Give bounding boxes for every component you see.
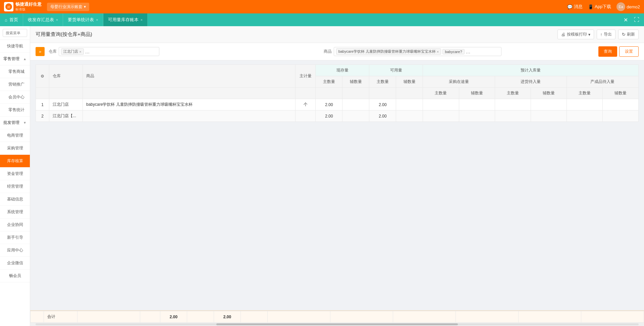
row2-incoming-aux [531, 110, 567, 122]
sidebar-item-new-guide[interactable]: 新手引导 [0, 231, 30, 244]
col-production-pending-header: 产成品待入量 [567, 76, 638, 88]
sidebar-item-enterprise-collab[interactable]: 企业协同 [0, 219, 30, 231]
tab-home[interactable]: ⌂ 首页 [0, 13, 23, 26]
sidebar-item-quick-nav[interactable]: 快捷导航 [0, 40, 30, 53]
footer-empty-seq [31, 311, 44, 323]
product-tag-babycare-remove[interactable]: × [437, 50, 439, 54]
table-footer-area: 合计 2.00 2.00 [30, 310, 644, 323]
tab-available-stock[interactable]: 可用量库存账本 × [103, 13, 148, 26]
row2-production-aux [602, 110, 638, 122]
industry-label: 母婴行业演示账套 [50, 4, 83, 10]
footer-pt-aux [330, 311, 393, 323]
retail-mgmt-arrow: ▲ [23, 57, 26, 61]
settings-icon[interactable]: ⚙ [41, 74, 44, 79]
footer-row: 合计 2.00 2.00 [31, 311, 644, 323]
content-area: 可用量查询(按仓库+商品) 🖨 按模板打印 ▾ ↑ 导出 ↻ 刷新 [30, 26, 644, 326]
row2-purchase-aux [459, 110, 495, 122]
sidebar-item-app-center[interactable]: 应用中心 [0, 244, 30, 257]
col-product-header: 商品 [83, 65, 296, 88]
sidebar-item-purchase-mgmt[interactable]: 采购管理 [0, 142, 30, 155]
col-product-sub-header [83, 88, 296, 99]
export-icon: ↑ [600, 32, 603, 37]
warehouse-more-btn[interactable]: ... [85, 49, 90, 55]
col-cs-aux-sub [342, 88, 369, 99]
sidebar-item-wholesale-mgmt[interactable]: 批发管理 ▼ [0, 117, 30, 129]
tab-order-stats-close[interactable]: × [96, 18, 98, 22]
user-profile[interactable]: Ea demo2 [616, 2, 640, 11]
industry-selector[interactable]: 母婴行业演示账套 ▾ [47, 3, 89, 11]
nav-tabs: ⌂ 首页 收发存汇总表 × 要货单统计表 × 可用量库存账本 × ✕ ⛶ [0, 13, 644, 26]
tab-available-stock-close[interactable]: × [141, 18, 143, 22]
footer-ip-main [393, 311, 456, 323]
row2-production-main [567, 110, 602, 122]
tab-fullscreen-btn[interactable]: ⛶ [632, 16, 641, 24]
sidebar-item-retail-mgmt[interactable]: 零售管理 ▲ [0, 53, 30, 65]
sidebar-item-retail-mall[interactable]: 零售商城 [0, 65, 30, 78]
sidebar-item-inventory[interactable]: 库存核算 [0, 155, 30, 168]
settings-btn[interactable]: 设置 [619, 46, 639, 57]
warehouse-tag-jiangbei[interactable]: 江北门店 × [61, 48, 84, 55]
sidebar-item-ecommerce-mgmt[interactable]: 电商管理 [0, 129, 30, 142]
tab-income-expense[interactable]: 收发存汇总表 × [23, 13, 63, 26]
footer-product-empty [77, 311, 140, 323]
sidebar-item-basic-info[interactable]: 基础信息 [0, 193, 30, 206]
message-btn[interactable]: 💬 消息 [567, 4, 583, 10]
product-tag-babycare2[interactable]: babycare? [442, 49, 464, 54]
sidebar: 快捷导航 零售管理 ▲ 零售商城 营销推广 会员中心 零售统计 批发管理 ▼ 电… [0, 26, 30, 326]
refresh-btn[interactable]: ↻ 刷新 [618, 30, 639, 39]
svg-text:好: 好 [7, 5, 10, 9]
product-tag-babycare[interactable]: babycare学饮杯 儿童防摔防撞吸管杯重力球吸嘴杯宝宝水杯 × [336, 48, 441, 55]
row2-incoming-main [495, 110, 531, 122]
filter-expand-btn[interactable]: » [36, 47, 45, 56]
product-more-btn[interactable]: ... [466, 49, 470, 55]
sidebar-item-retail-stats[interactable]: 零售统计 [0, 104, 30, 117]
row1-production-aux [602, 99, 638, 110]
refresh-icon: ↻ [622, 32, 626, 37]
wholesale-mgmt-arrow: ▼ [23, 121, 26, 125]
product-filter-label: 商品 [324, 49, 332, 54]
row2-unit [296, 110, 316, 122]
sidebar-item-vip-member[interactable]: 畅会员 [0, 270, 30, 282]
tab-order-stats[interactable]: 要货单统计表 × [63, 13, 103, 26]
sidebar-item-business-mgmt[interactable]: 经营管理 [0, 180, 30, 193]
query-btn[interactable]: 查询 [598, 46, 617, 57]
phone-icon: 📱 [588, 4, 593, 9]
print-dropdown-icon: ▾ [588, 32, 590, 37]
username: demo2 [627, 4, 640, 9]
table-body: 1 江北门店 babycare学饮杯 儿童防摔防撞吸管杯重力球吸嘴杯宝宝水杯 个… [36, 99, 639, 122]
search-input[interactable] [3, 29, 27, 37]
row1-incoming-aux [531, 99, 567, 110]
message-icon: 💬 [567, 4, 573, 9]
table-row: 1 江北门店 babycare学饮杯 儿童防摔防撞吸管杯重力球吸嘴杯宝宝水杯 个… [36, 99, 639, 110]
footer-available-aux [241, 311, 268, 323]
warehouse-tag-remove[interactable]: × [79, 50, 81, 54]
scroll-track [36, 323, 639, 325]
top-bar-left: 好 畅捷通好生意 标准版 母婴行业演示账套 ▾ [4, 2, 89, 12]
col-current-main-header: 主数量 [316, 76, 342, 88]
export-label: 导出 [604, 32, 612, 37]
col-settings-header[interactable]: ⚙ [36, 65, 49, 88]
sidebar-item-enterprise-wechat[interactable]: 企业微信 [0, 257, 30, 270]
product-filter-group: 商品 babycare学饮杯 儿童防摔防撞吸管杯重力球吸嘴杯宝宝水杯 × bab… [324, 47, 594, 56]
tab-close-all-btn[interactable]: ✕ [622, 16, 630, 24]
sidebar-item-system-mgmt[interactable]: 系统管理 [0, 206, 30, 219]
app-download-btn[interactable]: 📱 App下载 [588, 4, 611, 10]
sidebar-item-marketing[interactable]: 营销推广 [0, 78, 30, 91]
print-label: 按模板打印 [567, 32, 587, 37]
footer-unit-empty [140, 311, 160, 323]
sidebar-item-member-center[interactable]: 会员中心 [0, 91, 30, 104]
col-incoming-pending-header: 进货待入量 [495, 76, 567, 88]
warehouse-filter-input[interactable]: 江北门店 × ... [59, 47, 159, 56]
scroll-thumb[interactable] [216, 323, 458, 325]
print-btn[interactable]: 🖨 按模板打印 ▾ [557, 30, 594, 39]
product-filter-input[interactable]: babycare学饮杯 儿童防摔防撞吸管杯重力球吸嘴杯宝宝水杯 × babyca… [334, 47, 501, 56]
export-btn[interactable]: ↑ 导出 [597, 30, 616, 39]
logo-area: 好 畅捷通好生意 标准版 [4, 2, 42, 12]
col-warehouse-sub-header [49, 88, 83, 99]
horizontal-scrollbar[interactable] [30, 323, 644, 326]
page-title: 可用量查询(按仓库+商品) [36, 31, 92, 38]
row1-current-aux [342, 99, 369, 110]
tab-income-expense-close[interactable]: × [56, 18, 58, 22]
sidebar-item-finance-mgmt[interactable]: 资金管理 [0, 168, 30, 180]
row1-seq: 1 [36, 99, 49, 110]
